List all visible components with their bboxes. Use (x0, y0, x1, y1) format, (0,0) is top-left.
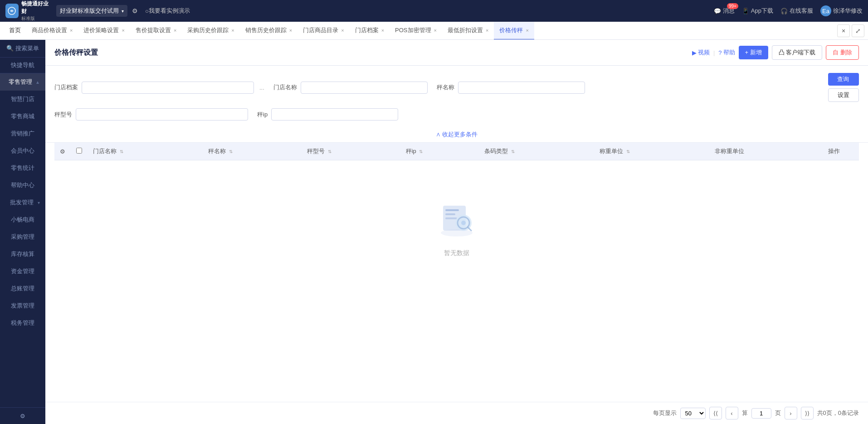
sidebar-item-mini-ecom[interactable]: 小畅电商 (0, 211, 45, 228)
per-page-select[interactable]: 50 10 20 100 (680, 408, 706, 419)
close-icon[interactable]: × (341, 28, 344, 33)
tab-store-file[interactable]: 门店档案 × (350, 22, 390, 40)
top-bar: 畅捷通好业财 标准版 好业财标准版交付试用 ▾ ⚙ ○ 我要看实例演示 💬 消息… (0, 0, 868, 22)
logo-text: 畅捷通好业财 标准版 (21, 0, 51, 22)
user-profile[interactable]: Ea 徐泽华修改 (820, 5, 863, 16)
sidebar-item-retail[interactable]: 零售管理 ▲ (0, 73, 45, 91)
ellipsis-icon[interactable]: ... (259, 84, 264, 91)
scale-model-input[interactable] (76, 108, 248, 120)
add-button[interactable]: + 新增 (739, 46, 768, 59)
th-settings[interactable]: ⚙ (54, 143, 71, 160)
content-area: 价格传秤设置 ▶ 视频 | ? 帮助 + 新增 凸 客户端下载 自 (45, 40, 868, 424)
tab-store-catalog[interactable]: 门店商品目录 × (297, 22, 349, 40)
th-store-name: 门店名称 ⇅ (88, 143, 203, 160)
tab-pos-encrypt[interactable]: POS加密管理 × (390, 22, 442, 40)
video-link[interactable]: ▶ 视频 (692, 48, 710, 57)
delete-button[interactable]: 自 删除 (826, 45, 859, 60)
chevron-down-icon: ▾ (122, 9, 124, 14)
tab-product-price[interactable]: 商品价格设置 × (26, 22, 78, 40)
sidebar: 🔍 搜索菜单 快捷导航 零售管理 ▲ 智慧门店 零售商城 营销推广 会员中心 零… (0, 40, 45, 424)
sidebar-search[interactable]: 🔍 搜索菜单 (0, 40, 45, 58)
sort-icon[interactable]: ⇅ (419, 149, 423, 154)
filter-row-1: 门店档案 ... 门店名称 秤名称 查询 设置 (54, 73, 859, 102)
tab-min-discount[interactable]: 最低折扣设置 × (442, 22, 494, 40)
th-scale-name: 秤名称 ⇅ (203, 143, 302, 160)
sort-icon[interactable]: ⇅ (626, 149, 630, 154)
sort-icon[interactable]: ⇅ (229, 149, 233, 154)
online-service-button[interactable]: 🎧 在线客服 (780, 7, 813, 15)
gear-icon: ⚙ (20, 413, 25, 419)
message-icon: 💬 (714, 8, 721, 14)
close-icon[interactable]: × (526, 28, 528, 33)
maximize-tab-button[interactable]: ⤢ (852, 24, 864, 37)
sidebar-item-invoice[interactable]: 发票管理 (0, 297, 45, 314)
data-table: ⚙ 门店名称 ⇅ 秤名称 ⇅ (54, 143, 859, 160)
store-name-input[interactable] (301, 82, 428, 94)
empty-text: 暂无数据 (444, 249, 469, 257)
prev-page-button[interactable]: ‹ (726, 407, 738, 419)
svg-rect-5 (445, 217, 457, 219)
sidebar-item-finance[interactable]: 资金管理 (0, 263, 45, 280)
th-checkbox (71, 143, 88, 160)
sidebar-item-ledger[interactable]: 总账管理 (0, 280, 45, 297)
sidebar-bottom: ⚙ (0, 407, 45, 424)
demo-icon: ○ (145, 8, 149, 14)
tab-purchase-strategy[interactable]: 进价策略设置 × (78, 22, 130, 40)
sidebar-item-member[interactable]: 会员中心 (0, 142, 45, 159)
sidebar-item-tax[interactable]: 税务管理 (0, 314, 45, 332)
sort-icon[interactable]: ⇅ (511, 149, 515, 154)
message-button[interactable]: 💬 消息 99+ (714, 7, 735, 15)
tab-home[interactable]: 首页 (4, 22, 26, 40)
sort-icon[interactable]: ⇅ (328, 149, 332, 154)
version-selector[interactable]: 好业财标准版交付试用 ▾ (56, 5, 127, 17)
top-settings-icon[interactable]: ⚙ (130, 5, 140, 16)
tab-price-scale[interactable]: 价格传秤 × (494, 22, 534, 40)
help-link[interactable]: ? 帮助 (718, 48, 735, 57)
sidebar-item-purchase[interactable]: 采购管理 (0, 228, 45, 246)
scale-name-input[interactable] (458, 82, 585, 94)
sidebar-settings-button[interactable]: ⚙ (0, 408, 45, 424)
app-download-button[interactable]: 📱 App下载 (742, 7, 773, 15)
download-button[interactable]: 凸 客户端下载 (772, 45, 823, 60)
table-container: ⚙ 门店名称 ⇅ 秤名称 ⇅ (45, 143, 868, 402)
close-icon[interactable]: × (486, 28, 488, 33)
th-scale-ip: 秤ip ⇅ (400, 143, 479, 160)
page-number-input[interactable] (751, 408, 771, 419)
sidebar-item-help[interactable]: 帮助中心 (0, 177, 45, 194)
store-file-input[interactable] (82, 82, 254, 94)
page-title: 价格传秤设置 (54, 48, 98, 58)
app-download-icon: 📱 (742, 8, 749, 14)
close-icon[interactable]: × (174, 28, 176, 33)
message-badge: 99+ (727, 3, 738, 9)
sidebar-quick-nav[interactable]: 快捷导航 (0, 58, 45, 73)
sidebar-item-retail-mall[interactable]: 零售商城 (0, 108, 45, 125)
sidebar-item-wholesale[interactable]: 批发管理 ▾ (0, 194, 45, 211)
tab-purchase-history[interactable]: 采购历史价跟踪 × (182, 22, 239, 40)
sidebar-item-inventory[interactable]: 库存核算 (0, 246, 45, 263)
query-button[interactable]: 查询 (828, 73, 859, 86)
close-icon[interactable]: × (231, 28, 234, 33)
demo-link[interactable]: ○ 我要看实例演示 (145, 7, 190, 15)
first-page-button[interactable]: ⟨⟨ (709, 407, 722, 419)
sidebar-item-retail-stat[interactable]: 零售统计 (0, 159, 45, 177)
tab-sale-history[interactable]: 销售历史价跟踪 × (240, 22, 297, 40)
close-icon[interactable]: × (70, 28, 73, 33)
prev-page-icon: ‹ (731, 410, 732, 417)
close-tab-button[interactable]: × (837, 24, 850, 37)
close-icon[interactable]: × (434, 28, 437, 33)
close-icon[interactable]: × (381, 28, 384, 33)
sidebar-item-smart-store[interactable]: 智慧门店 (0, 91, 45, 108)
sort-icon[interactable]: ⇅ (120, 149, 123, 154)
next-page-button[interactable]: › (785, 407, 797, 419)
sidebar-item-marketing[interactable]: 营销推广 (0, 125, 45, 142)
select-all-checkbox[interactable] (76, 148, 82, 154)
tab-sale-extract[interactable]: 售价提取设置 × (130, 22, 182, 40)
settings-icon[interactable]: ⚙ (60, 148, 65, 155)
pagination-bar: 每页显示 50 10 20 100 ⟨⟨ ‹ 算 页 › ⟩⟩ 共0页，0条记录 (45, 402, 868, 424)
scale-ip-input[interactable] (271, 108, 398, 120)
last-page-button[interactable]: ⟩⟩ (801, 407, 814, 419)
close-icon[interactable]: × (289, 28, 292, 33)
collapse-more-button[interactable]: ∧ 收起更多条件 (54, 127, 859, 142)
close-icon[interactable]: × (122, 28, 124, 33)
settings-button[interactable]: 设置 (828, 88, 859, 102)
